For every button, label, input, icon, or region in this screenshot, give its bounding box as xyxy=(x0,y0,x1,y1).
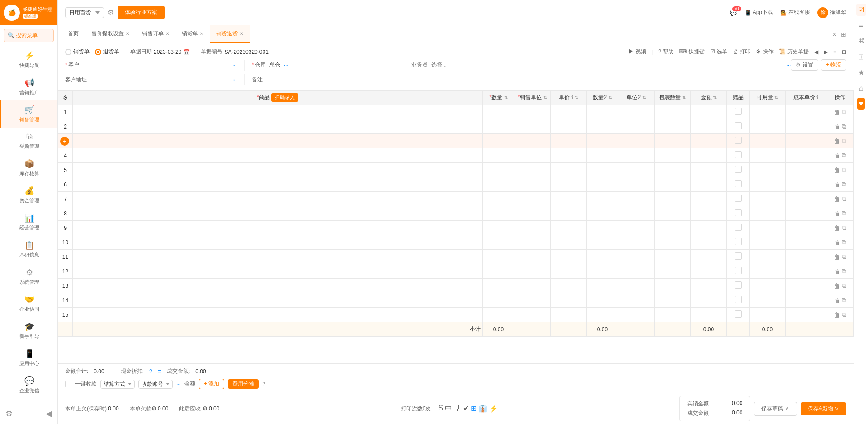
message-btn[interactable]: 💬 70 xyxy=(730,9,737,16)
tab-home[interactable]: 首页 xyxy=(61,25,85,43)
del-5[interactable]: 🗑 xyxy=(834,167,840,174)
delete-icon-2[interactable]: 🗑 xyxy=(834,123,840,130)
sidebar-item-finance[interactable]: 💰 资金管理 xyxy=(0,181,57,209)
del-8[interactable]: 🗑 xyxy=(834,210,840,217)
cpy-8[interactable]: ⧉ xyxy=(842,210,846,217)
warehouse-dots[interactable]: ··· xyxy=(284,62,288,68)
trial-btn[interactable]: 体验行业方案 xyxy=(118,6,165,19)
right-panel-icon-6[interactable]: ⌂ xyxy=(857,82,865,94)
calendar-icon[interactable]: 📅 xyxy=(183,49,190,55)
price-help-icon[interactable]: ℹ xyxy=(571,95,573,100)
tab-price-setting[interactable]: 售价提取设置 ✕ xyxy=(85,25,136,43)
sidebar-item-newguide[interactable]: 🎓 新手引导 xyxy=(0,317,57,344)
gift-checkbox-5[interactable] xyxy=(735,166,742,173)
sidebar-collapse-icon[interactable]: ◀ xyxy=(44,407,54,420)
qty-cell[interactable] xyxy=(483,105,514,119)
cpy-9[interactable]: ⧉ xyxy=(842,224,846,232)
del-9[interactable]: 🗑 xyxy=(834,224,840,232)
save-new-btn[interactable]: 保存&新增 ∨ xyxy=(801,402,846,415)
add-row-btn[interactable]: + xyxy=(60,137,69,146)
date-value[interactable]: 2023-03-20 xyxy=(154,49,181,55)
avail-cell[interactable] xyxy=(750,105,786,119)
salesperson-dots[interactable]: ··· xyxy=(786,62,791,68)
radio-return[interactable]: 退货单 xyxy=(95,48,119,56)
unit2-cell[interactable] xyxy=(618,119,655,134)
cpy-11[interactable]: ⧉ xyxy=(842,253,846,261)
remark-input[interactable] xyxy=(264,76,846,84)
del-14[interactable]: 🗑 xyxy=(834,297,840,304)
bottom-icon-4[interactable]: ✔ xyxy=(463,404,469,414)
copy-icon-2[interactable]: ⧉ xyxy=(842,123,846,130)
gift-checkbox-4[interactable] xyxy=(735,151,742,158)
gift-checkbox-3[interactable] xyxy=(735,137,742,144)
cpy-15[interactable]: ⧉ xyxy=(842,311,846,319)
tab-sale-order[interactable]: 销售订单 ✕ xyxy=(136,25,175,43)
del-4[interactable]: 🗑 xyxy=(834,152,840,159)
tab-sale[interactable]: 销货单 ✕ xyxy=(175,25,210,43)
unit2-sort-icon[interactable]: ⇅ xyxy=(642,95,646,100)
online-service-btn[interactable]: 💁 在线客服 xyxy=(780,9,810,16)
cpy-4[interactable]: ⧉ xyxy=(842,152,846,159)
price-sort-icon[interactable]: ⇅ xyxy=(575,95,578,100)
del-13[interactable]: 🗑 xyxy=(834,282,840,290)
bottom-icon-2[interactable]: 中 xyxy=(445,404,452,414)
action-shortcut[interactable]: ⌨ 快捷键 xyxy=(679,48,704,56)
one-click-checkbox[interactable] xyxy=(65,381,71,387)
del-10[interactable]: 🗑 xyxy=(834,239,840,246)
amount-cell[interactable] xyxy=(691,119,727,134)
pkg-sort-icon[interactable]: ⇅ xyxy=(682,95,686,100)
avail-cell[interactable] xyxy=(750,119,786,134)
gift-cell[interactable] xyxy=(727,119,750,134)
cpy-12[interactable]: ⧉ xyxy=(842,267,846,275)
cpy-5[interactable]: ⧉ xyxy=(842,166,846,174)
gift-checkbox-1[interactable] xyxy=(735,108,742,115)
cpy-10[interactable]: ⧉ xyxy=(842,238,846,246)
del-12[interactable]: 🗑 xyxy=(834,268,840,275)
product-cell[interactable] xyxy=(73,119,483,134)
amount-cell[interactable] xyxy=(691,105,727,119)
fee-help-icon[interactable]: ? xyxy=(262,381,265,387)
qty-sort-icon[interactable]: ⇅ xyxy=(504,95,508,100)
customer-input[interactable] xyxy=(81,61,229,69)
sidebar-item-enterprise-wechat[interactable]: 💬 企业微信 xyxy=(0,372,57,399)
delete-icon-1[interactable]: 🗑 xyxy=(834,109,840,116)
avail-sort-icon[interactable]: ⇅ xyxy=(774,95,778,100)
bottom-icon-6[interactable]: 👔 xyxy=(478,404,487,414)
bottom-icon-7[interactable]: ⚡ xyxy=(489,404,498,414)
qty2-cell[interactable] xyxy=(587,105,618,119)
action-select[interactable]: ☑ 选单 xyxy=(710,48,727,56)
cost-cell[interactable] xyxy=(786,105,826,119)
sidebar-item-operations[interactable]: 📊 经营管理 xyxy=(0,209,57,236)
settings-btn[interactable]: ⚙ 设置 xyxy=(791,59,818,71)
action-operate[interactable]: ⚙ 操作 xyxy=(756,48,773,56)
right-panel-icon-3[interactable]: ⌘ xyxy=(856,35,867,47)
account-select[interactable]: 收款账号 xyxy=(138,380,173,389)
sidebar-item-marketing[interactable]: 📢 营销推广 xyxy=(0,73,57,100)
gift-checkbox-15[interactable] xyxy=(735,310,742,318)
gift-checkbox-11[interactable] xyxy=(735,252,742,260)
user-menu[interactable]: 徐 徐泽华 xyxy=(817,7,846,18)
gift-checkbox-8[interactable] xyxy=(735,209,742,216)
cost-help-icon[interactable]: ℹ xyxy=(816,95,818,100)
sidebar-item-system[interactable]: ⚙ 系统管理 xyxy=(0,263,57,290)
product-input-3[interactable] xyxy=(75,138,481,144)
salesperson-input[interactable] xyxy=(429,61,783,69)
action-next[interactable]: ▶ xyxy=(824,49,828,55)
fee-split-btn[interactable]: 费用分摊 xyxy=(228,379,259,389)
right-panel-icon-4[interactable]: ⊞ xyxy=(856,51,866,63)
action-history[interactable]: 📜 历史单据 xyxy=(779,48,809,56)
tab-close-sale-return[interactable]: ✕ xyxy=(240,31,243,36)
gift-checkbox-9[interactable] xyxy=(735,224,742,231)
pkg-cell[interactable] xyxy=(655,119,691,134)
del-15[interactable]: 🗑 xyxy=(834,311,840,319)
sidebar-item-inventory[interactable]: 📦 库存核算 xyxy=(0,154,57,181)
del-6[interactable]: 🗑 xyxy=(834,181,840,188)
cpy-14[interactable]: ⧉ xyxy=(842,296,846,304)
product-input-1[interactable] xyxy=(75,109,481,115)
scan-btn[interactable]: 扫码录入 xyxy=(271,93,298,102)
sidebar-item-appcenter[interactable]: 📱 应用中心 xyxy=(0,344,57,372)
sidebar-item-enterprise[interactable]: 🤝 企业协同 xyxy=(0,290,57,317)
copy-icon-1[interactable]: ⧉ xyxy=(842,108,846,116)
cpy-7[interactable]: ⧉ xyxy=(842,195,846,203)
tab-close-sale[interactable]: ✕ xyxy=(200,31,203,36)
